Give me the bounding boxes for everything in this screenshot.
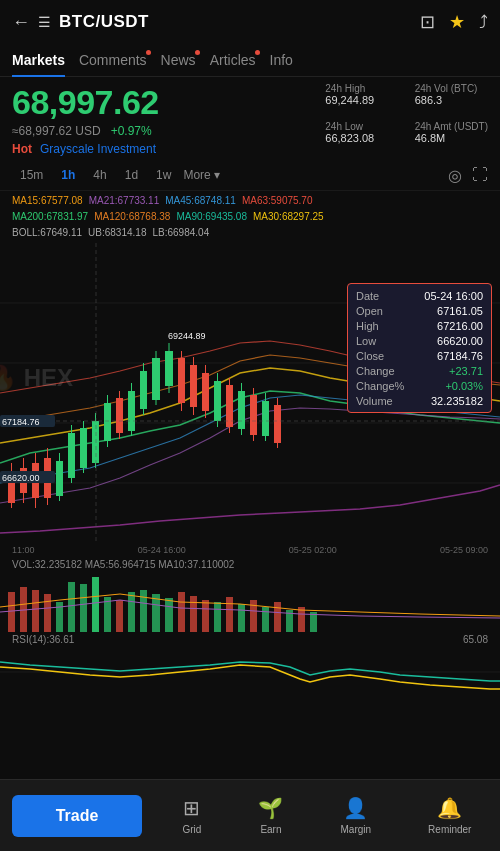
- svg-rect-62: [32, 590, 39, 632]
- bottom-nav: Trade ⊞ Grid 🌱 Earn 👤 Margin 🔔 Reminder: [0, 779, 500, 851]
- nav-earn[interactable]: 🌱 Earn: [258, 796, 283, 835]
- tooltip-volume-label: Volume: [356, 395, 393, 407]
- time-1h[interactable]: 1h: [53, 164, 83, 186]
- svg-rect-81: [262, 607, 269, 632]
- reminder-label: Reminder: [428, 824, 471, 835]
- chart-settings-icon[interactable]: ◎: [448, 166, 462, 185]
- svg-rect-72: [152, 594, 160, 632]
- nav-grid[interactable]: ⊞ Grid: [183, 796, 202, 835]
- tag-hot: Hot: [12, 142, 32, 156]
- stat-low: 24h Low 66,823.08: [325, 121, 398, 157]
- ma-row-3: BOLL:67649.11 UB:68314.18 LB:66984.04: [12, 225, 488, 241]
- tooltip-open-label: Open: [356, 305, 383, 317]
- time-1w[interactable]: 1w: [148, 164, 179, 186]
- tab-info[interactable]: Info: [270, 44, 307, 76]
- ma21: MA21:67733.11: [89, 193, 160, 209]
- svg-rect-69: [116, 600, 123, 632]
- tooltip-volume-value: 32.235182: [431, 395, 483, 407]
- svg-rect-68: [104, 597, 111, 632]
- back-icon[interactable]: ←: [12, 12, 30, 33]
- svg-rect-84: [298, 607, 305, 632]
- ma15: MA15:67577.08: [12, 193, 83, 209]
- svg-rect-70: [128, 592, 135, 632]
- nav-reminder[interactable]: 🔔 Reminder: [428, 796, 471, 835]
- fullscreen-icon[interactable]: ⛶: [472, 166, 488, 185]
- ma-row-2: MA200:67831.97 MA120:68768.38 MA90:69435…: [12, 209, 488, 225]
- svg-rect-78: [226, 597, 233, 632]
- svg-rect-71: [140, 590, 147, 632]
- earn-icon: 🌱: [258, 796, 283, 820]
- rsi-text: RSI(14):36.61: [12, 634, 74, 645]
- svg-rect-79: [238, 604, 245, 632]
- tooltip-change-label: Change: [356, 365, 395, 377]
- time-15m[interactable]: 15m: [12, 164, 51, 186]
- menu-icon[interactable]: ☰: [38, 14, 51, 30]
- time-4h[interactable]: 4h: [85, 164, 114, 186]
- earn-label: Earn: [260, 824, 281, 835]
- top-bar-left: ← ☰ BTC/USDT: [12, 12, 420, 33]
- time-label-1: 11:00: [12, 545, 35, 555]
- svg-rect-82: [274, 602, 281, 632]
- tooltip-date-label: Date: [356, 290, 379, 302]
- margin-label: Margin: [340, 824, 371, 835]
- tooltip-box: Date 05-24 16:00 Open 67161.05 High 6721…: [347, 283, 492, 413]
- chart-area[interactable]: 🔥 HEX: [0, 243, 500, 543]
- svg-rect-66: [80, 584, 87, 632]
- stat-vol-btc: 24h Vol (BTC) 686.3: [415, 83, 488, 119]
- grid-icon: ⊞: [183, 796, 200, 820]
- price-main: 68,997.62: [12, 83, 325, 122]
- ma-indicators: MA15:67577.08 MA21:67733.11 MA45:68748.1…: [0, 191, 500, 243]
- tooltip-open-row: Open 67161.05: [356, 303, 483, 318]
- grid-label: Grid: [183, 824, 202, 835]
- tooltip-changepct-value: +0.03%: [445, 380, 483, 392]
- tooltip-changepct-row: Change% +0.03%: [356, 378, 483, 393]
- tab-articles[interactable]: Articles: [210, 44, 270, 76]
- svg-rect-73: [165, 598, 173, 632]
- copy-icon[interactable]: ⊡: [420, 11, 435, 33]
- tooltip-low-value: 66620.00: [437, 335, 483, 347]
- nav-margin[interactable]: 👤 Margin: [340, 796, 371, 835]
- tooltip-open-value: 67161.05: [437, 305, 483, 317]
- tooltip-changepct-label: Change%: [356, 380, 404, 392]
- nav-items: ⊞ Grid 🌱 Earn 👤 Margin 🔔 Reminder: [154, 796, 500, 835]
- tooltip-high-label: High: [356, 320, 379, 332]
- tab-markets[interactable]: Markets: [12, 44, 79, 76]
- trade-button[interactable]: Trade: [12, 795, 142, 837]
- stats-grid: 24h High 69,244.89 24h Vol (BTC) 686.3 2…: [325, 83, 488, 156]
- time-label-3: 05-25 02:00: [289, 545, 337, 555]
- tooltip-change-value: +23.71: [449, 365, 483, 377]
- top-bar-icons: ⊡ ★ ⤴: [420, 11, 488, 33]
- ma120: MA120:68768.38: [94, 209, 170, 225]
- vol-chart-svg: [0, 572, 500, 632]
- vol-ma-text: VOL:32.235182 MA5:56.964715 MA10:37.1100…: [0, 557, 500, 572]
- price-sub: ≈68,997.62 USD +0.97%: [12, 124, 325, 138]
- boll: BOLL:67649.11: [12, 225, 82, 241]
- svg-text:66620.00: 66620.00: [2, 473, 40, 483]
- top-bar: ← ☰ BTC/USDT ⊡ ★ ⤴: [0, 0, 500, 44]
- time-1d[interactable]: 1d: [117, 164, 146, 186]
- reminder-icon: 🔔: [437, 796, 462, 820]
- tab-news[interactable]: News: [161, 44, 210, 76]
- stat-amt-usdt: 24h Amt (USDT) 46.8M: [415, 121, 488, 157]
- svg-rect-74: [178, 592, 185, 632]
- tag-investment[interactable]: Grayscale Investment: [40, 142, 156, 156]
- nav-tabs: Markets Comments News Articles Info: [0, 44, 500, 77]
- tooltip-date-row: Date 05-24 16:00: [356, 288, 483, 303]
- time-label-4: 05-25 09:00: [440, 545, 488, 555]
- svg-rect-75: [190, 596, 197, 632]
- ma45: MA45:68748.11: [165, 193, 236, 209]
- lb: LB:66984.04: [152, 225, 209, 241]
- price-stats-container: 68,997.62 ≈68,997.62 USD +0.97% Hot Gray…: [0, 77, 500, 160]
- tab-comments[interactable]: Comments: [79, 44, 161, 76]
- share-icon[interactable]: ⤴: [479, 12, 488, 33]
- price-usd: ≈68,997.62 USD: [12, 124, 101, 138]
- tooltip-low-row: Low 66620.00: [356, 333, 483, 348]
- margin-icon: 👤: [343, 796, 368, 820]
- pair-title: BTC/USDT: [59, 12, 149, 32]
- star-icon[interactable]: ★: [449, 11, 465, 33]
- tooltip-date-value: 05-24 16:00: [424, 290, 483, 302]
- tooltip-change-row: Change +23.71: [356, 363, 483, 378]
- ub: UB:68314.18: [88, 225, 146, 241]
- time-more[interactable]: More ▾: [183, 168, 220, 182]
- svg-rect-67: [92, 577, 99, 632]
